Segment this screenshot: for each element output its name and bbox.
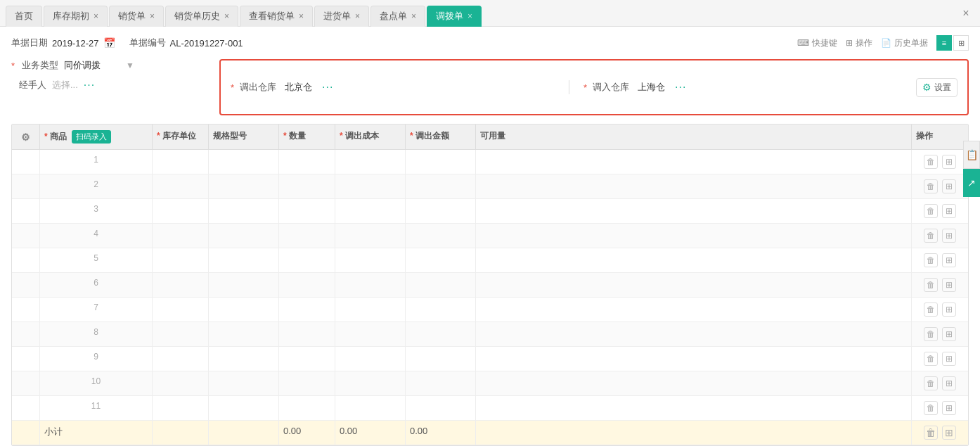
row-available-1[interactable] [476, 174, 912, 198]
row-amount-3[interactable] [406, 224, 476, 248]
ops-action[interactable]: ⊞ 操作 [846, 37, 872, 49]
close-inventory[interactable]: × [411, 12, 416, 20]
row-cost-8[interactable] [335, 347, 406, 371]
table-gear-icon[interactable]: ⚙ [21, 132, 30, 143]
row-cost-4[interactable] [335, 248, 406, 272]
row-cost-6[interactable] [335, 298, 406, 321]
row-amount-1[interactable] [406, 174, 476, 198]
row-delete-icon-2[interactable]: 🗑 [924, 204, 938, 218]
close-purchase[interactable]: × [355, 12, 360, 20]
shortcut-action[interactable]: ⌨ 快捷键 [797, 37, 837, 49]
row-amount-5[interactable] [406, 273, 476, 297]
row-delete-icon-3[interactable]: 🗑 [924, 229, 938, 243]
tab-purchase[interactable]: 进货单 × [314, 6, 369, 27]
row-qty-2[interactable] [279, 199, 335, 223]
sidebar-list-icon[interactable]: 📋 [963, 141, 980, 169]
row-unit-3[interactable] [153, 224, 209, 248]
row-cost-7[interactable] [335, 322, 406, 346]
person-more-icon[interactable]: ··· [84, 79, 95, 91]
row-copy-icon-2[interactable]: ⊞ [942, 204, 956, 218]
row-available-8[interactable] [476, 347, 912, 371]
row-copy-icon-10[interactable]: ⊞ [942, 401, 956, 415]
close-view-sales[interactable]: × [299, 12, 304, 20]
row-delete-icon-5[interactable]: 🗑 [924, 278, 938, 292]
row-delete-icon-0[interactable]: 🗑 [924, 155, 938, 169]
row-cost-3[interactable] [335, 224, 406, 248]
calendar-icon[interactable]: 📅 [103, 37, 115, 49]
row-amount-2[interactable] [406, 199, 476, 223]
row-delete-icon-10[interactable]: 🗑 [924, 401, 938, 415]
row-copy-icon-9[interactable]: ⊞ [942, 376, 956, 390]
history-action[interactable]: 📄 历史单据 [881, 37, 928, 49]
row-amount-6[interactable] [406, 298, 476, 321]
transfer-in-more-icon[interactable]: ··· [675, 81, 686, 94]
scan-entry-button[interactable]: 扫码录入 [72, 130, 111, 144]
view-grid-btn[interactable]: ⊞ [953, 35, 969, 51]
row-qty-3[interactable] [279, 224, 335, 248]
row-amount-10[interactable] [406, 396, 476, 420]
row-qty-9[interactable] [279, 371, 335, 395]
row-unit-4[interactable] [153, 248, 209, 272]
close-sales-history[interactable]: × [224, 12, 229, 20]
row-copy-icon-3[interactable]: ⊞ [942, 229, 956, 243]
row-spec-2[interactable] [209, 199, 279, 223]
transfer-out-more-icon[interactable]: ··· [322, 81, 333, 94]
row-copy-icon-6[interactable]: ⊞ [942, 302, 956, 317]
row-available-3[interactable] [476, 224, 912, 248]
row-qty-6[interactable] [279, 298, 335, 321]
tab-sales-history[interactable]: 销货单历史 × [165, 6, 238, 27]
tab-inventory-init[interactable]: 库存期初 × [44, 6, 108, 27]
row-copy-icon-5[interactable]: ⊞ [942, 278, 956, 292]
row-cost-1[interactable] [335, 174, 406, 198]
close-transfer[interactable]: × [468, 12, 472, 20]
row-spec-6[interactable] [209, 298, 279, 321]
row-amount-8[interactable] [406, 347, 476, 371]
row-available-10[interactable] [476, 396, 912, 420]
row-spec-5[interactable] [209, 273, 279, 297]
person-select[interactable]: 选择... [52, 79, 78, 91]
row-cost-2[interactable] [335, 199, 406, 223]
transfer-out-value[interactable]: 北京仓 [285, 81, 312, 94]
row-qty-5[interactable] [279, 273, 335, 297]
close-sales-order[interactable]: × [150, 12, 155, 20]
row-copy-icon-7[interactable]: ⊞ [942, 327, 956, 341]
row-unit-8[interactable] [153, 347, 209, 371]
row-copy-icon-4[interactable]: ⊞ [942, 253, 956, 267]
row-available-4[interactable] [476, 248, 912, 272]
view-list-btn[interactable]: ≡ [936, 35, 952, 51]
row-unit-0[interactable] [153, 150, 209, 174]
biz-type-select[interactable]: 同价调拨 [64, 59, 120, 72]
row-spec-0[interactable] [209, 150, 279, 174]
row-spec-3[interactable] [209, 224, 279, 248]
row-cost-10[interactable] [335, 396, 406, 420]
row-copy-icon-8[interactable]: ⊞ [942, 352, 956, 366]
row-delete-icon-1[interactable]: 🗑 [924, 179, 938, 193]
row-delete-icon-9[interactable]: 🗑 [924, 376, 938, 390]
close-inventory-init[interactable]: × [94, 12, 98, 20]
tab-sales-order[interactable]: 销货单 × [109, 6, 164, 27]
row-unit-6[interactable] [153, 298, 209, 321]
row-unit-10[interactable] [153, 396, 209, 420]
tab-inventory[interactable]: 盘点单 × [370, 6, 425, 27]
row-cost-9[interactable] [335, 371, 406, 395]
biz-type-dropdown-icon[interactable]: ▼ [126, 60, 134, 70]
th-gear[interactable]: ⚙ [12, 125, 40, 149]
row-qty-0[interactable] [279, 150, 335, 174]
subtotal-delete-icon[interactable]: 🗑 [924, 426, 938, 440]
row-available-6[interactable] [476, 298, 912, 321]
row-unit-9[interactable] [153, 371, 209, 395]
row-unit-7[interactable] [153, 322, 209, 346]
row-qty-4[interactable] [279, 248, 335, 272]
transfer-in-value[interactable]: 上海仓 [638, 81, 665, 94]
row-available-7[interactable] [476, 322, 912, 346]
row-qty-8[interactable] [279, 347, 335, 371]
settings-button[interactable]: ⚙ 设置 [916, 78, 958, 97]
row-amount-9[interactable] [406, 371, 476, 395]
row-available-5[interactable] [476, 273, 912, 297]
sidebar-expand-icon[interactable]: ↗ [963, 169, 980, 197]
row-delete-icon-8[interactable]: 🗑 [924, 352, 938, 366]
subtotal-copy-icon[interactable]: ⊞ [942, 426, 956, 440]
row-available-0[interactable] [476, 150, 912, 174]
row-unit-2[interactable] [153, 199, 209, 223]
row-delete-icon-4[interactable]: 🗑 [924, 253, 938, 267]
